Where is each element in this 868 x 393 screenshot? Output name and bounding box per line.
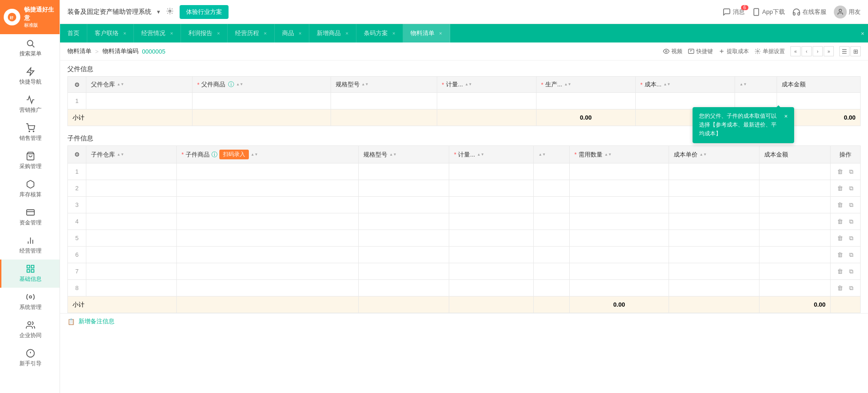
copy-icon-row-2[interactable]: ⧉ [846, 184, 856, 193]
child-row-1-unit[interactable] [449, 163, 534, 180]
tab-business-close[interactable]: × [170, 30, 173, 36]
tab-barcode[interactable]: 条码方案 × [356, 24, 403, 42]
tab-area-close[interactable]: × [857, 24, 868, 42]
copy-icon-row-3[interactable]: ⧉ [846, 200, 856, 210]
tab-bom[interactable]: 物料清单 × [403, 24, 450, 42]
shortcut-btn[interactable]: 快捷键 [688, 48, 713, 55]
child-row-2-qty[interactable] [569, 180, 669, 197]
child-row-7-unit-price[interactable] [669, 263, 760, 280]
child-row-5-unit[interactable] [449, 230, 534, 247]
card-view-btn[interactable]: ⊞ [850, 46, 861, 56]
copy-icon-row-4[interactable]: ⧉ [846, 217, 856, 226]
delete-icon-row-7[interactable]: 🗑 [835, 267, 844, 276]
child-row-3-unit[interactable] [449, 197, 534, 213]
child-row-1-goods[interactable] [176, 163, 358, 180]
child-row-6-extra[interactable] [534, 247, 570, 263]
child-row-4-spec[interactable] [359, 213, 449, 230]
parent-row-1-goods[interactable] [193, 93, 331, 109]
child-row-3-unit-price[interactable] [669, 197, 760, 213]
copy-icon-row-1[interactable]: ⧉ [846, 167, 856, 176]
child-row-6-goods[interactable] [176, 247, 358, 263]
child-row-7-extra[interactable] [534, 263, 570, 280]
child-row-7-goods[interactable] [176, 263, 358, 280]
child-row-4-unit-price[interactable] [669, 213, 760, 230]
child-row-8-unit[interactable] [449, 280, 534, 296]
child-row-3-goods[interactable] [176, 197, 358, 213]
copy-icon-row-7[interactable]: ⧉ [846, 267, 856, 276]
child-row-7-warehouse[interactable] [86, 263, 177, 280]
user-btn[interactable]: 用友 [834, 6, 861, 18]
child-row-4-extra[interactable] [534, 213, 570, 230]
parent-row-1-warehouse[interactable] [86, 93, 193, 109]
tab-customer-close[interactable]: × [123, 30, 126, 36]
single-settings-btn[interactable]: 单据设置 [754, 48, 785, 55]
child-row-8-unit-price[interactable] [669, 280, 760, 296]
child-row-1-spec[interactable] [359, 163, 449, 180]
message-btn[interactable]: 消息 6 [723, 8, 745, 16]
sidebar-item-search[interactable]: 搜索菜单 [0, 34, 60, 62]
child-row-4-warehouse[interactable] [86, 213, 177, 230]
delete-icon-row-3[interactable]: 🗑 [835, 200, 844, 210]
child-row-4-unit[interactable] [449, 213, 534, 230]
app-download-btn[interactable]: App下载 [752, 8, 785, 16]
sidebar-item-inventory[interactable]: 库存核算 [0, 175, 60, 203]
child-row-4-goods[interactable] [176, 213, 358, 230]
child-row-3-spec[interactable] [359, 197, 449, 213]
child-row-6-qty[interactable] [569, 247, 669, 263]
tooltip-close-btn[interactable]: × [784, 112, 788, 121]
extract-cost-btn[interactable]: 提取成本 [718, 48, 749, 55]
sidebar-item-guide[interactable]: 新手引导 [0, 344, 60, 372]
child-row-5-goods[interactable] [176, 230, 358, 247]
child-row-1-qty[interactable] [569, 163, 669, 180]
child-row-7-qty[interactable] [569, 263, 669, 280]
child-row-4-qty[interactable] [569, 213, 669, 230]
child-row-8-goods[interactable] [176, 280, 358, 296]
sidebar-item-marketing[interactable]: 营销推广 [0, 91, 60, 119]
child-row-2-goods[interactable] [176, 180, 358, 197]
tab-new-goods-close[interactable]: × [345, 30, 348, 36]
list-view-btn[interactable]: ☰ [839, 46, 850, 56]
sidebar-item-finance[interactable]: 资金管理 [0, 203, 60, 231]
child-row-8-extra[interactable] [534, 280, 570, 296]
delete-icon-row-8[interactable]: 🗑 [835, 284, 844, 293]
nav-next-next[interactable]: » [824, 46, 834, 56]
sidebar-item-sales[interactable]: 销售管理 [0, 119, 60, 147]
child-row-7-unit[interactable] [449, 263, 534, 280]
tab-bom-close[interactable]: × [439, 30, 442, 36]
tab-goods[interactable]: 商品 × [275, 24, 309, 42]
child-row-2-unit[interactable] [449, 180, 534, 197]
sidebar-item-system[interactable]: 系统管理 [0, 288, 60, 316]
child-row-2-spec[interactable] [359, 180, 449, 197]
delete-icon-row-6[interactable]: 🗑 [835, 250, 844, 260]
delete-icon-row-4[interactable]: 🗑 [835, 217, 844, 226]
sidebar-item-operations[interactable]: 经营管理 [0, 231, 60, 260]
child-th-settings[interactable]: ⚙ [68, 146, 86, 163]
sidebar-item-enterprise[interactable]: 企业协同 [0, 316, 60, 344]
child-row-6-unit[interactable] [449, 247, 534, 263]
child-row-3-extra[interactable] [534, 197, 570, 213]
view-btn[interactable]: 视频 [663, 48, 682, 55]
copy-icon-row-5[interactable]: ⧉ [846, 234, 856, 243]
child-row-5-extra[interactable] [534, 230, 570, 247]
child-row-3-warehouse[interactable] [86, 197, 177, 213]
sidebar-item-purchase[interactable]: 采购管理 [0, 147, 60, 175]
scan-input-btn[interactable]: 扫码录入 [219, 150, 249, 159]
child-row-6-spec[interactable] [359, 247, 449, 263]
child-row-2-warehouse[interactable] [86, 180, 177, 197]
trial-btn[interactable]: 体验行业方案 [180, 5, 229, 19]
parent-row-1-spec[interactable] [331, 93, 437, 109]
child-row-5-unit-price[interactable] [669, 230, 760, 247]
tab-home[interactable]: 首页 [60, 24, 87, 42]
copy-icon-row-8[interactable]: ⧉ [846, 284, 856, 293]
copy-icon-row-6[interactable]: ⧉ [846, 250, 856, 260]
sidebar-item-basic-info[interactable]: 基础信息 [0, 260, 60, 288]
system-dropdown-btn[interactable]: ▾ [157, 8, 160, 15]
tab-history-close[interactable]: × [264, 30, 266, 36]
tab-new-goods[interactable]: 新增商品 × [309, 24, 356, 42]
tab-customer[interactable]: 客户联络 × [87, 24, 134, 42]
child-row-3-qty[interactable] [569, 197, 669, 213]
child-row-2-extra[interactable] [534, 180, 570, 197]
online-service-btn[interactable]: 在线客服 [792, 8, 826, 16]
tab-profit-close[interactable]: × [217, 30, 220, 36]
bottom-label[interactable]: 新增备注信息 [78, 317, 115, 326]
